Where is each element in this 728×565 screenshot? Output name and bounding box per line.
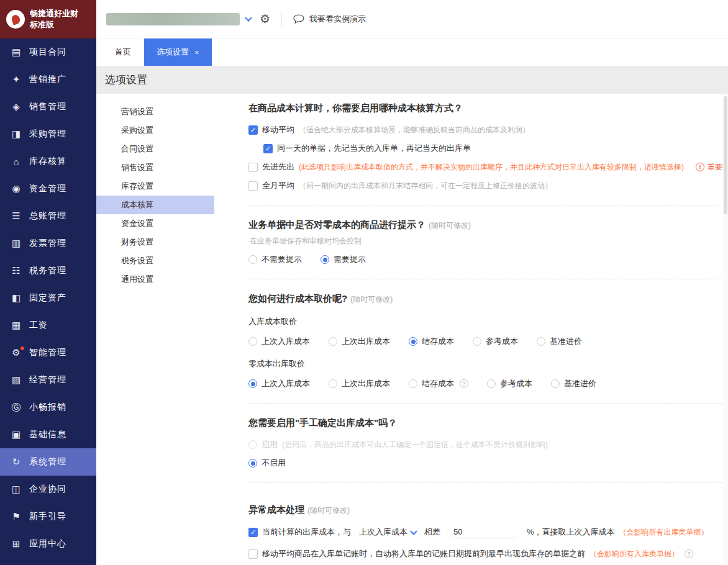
- sidebar-item-system-management[interactable]: ↻系统管理: [0, 448, 96, 476]
- subnav-item-sales-settings[interactable]: 销售设置: [96, 158, 214, 177]
- subnav-item-inventory-settings[interactable]: 库存设置: [96, 177, 214, 196]
- sidebar-item-project-contract[interactable]: ▤项目合同: [0, 38, 96, 66]
- chevron-down-icon: [410, 528, 417, 535]
- sidebar: 畅捷通好业财 标准版 ▤项目合同 ✦营销推广 ◈销售管理 ◨采购管理 ⌂库存核算…: [0, 0, 96, 565]
- option-same-day-order[interactable]: 同一天的单据，先记当天的入库单，再记当天的出库单: [263, 143, 722, 154]
- radio-reference-cost[interactable]: 参考成本: [487, 378, 532, 389]
- checkbox-monthly-average[interactable]: [248, 181, 258, 191]
- close-icon[interactable]: ×: [194, 48, 199, 57]
- reimbursement-icon: Ⓖ: [10, 402, 22, 414]
- help-icon[interactable]: ?: [685, 549, 693, 558]
- radio-base-purchase-price[interactable]: 基准进价: [537, 336, 582, 347]
- brand-logo: 畅捷通好业财 标准版: [0, 0, 96, 38]
- subnav-item-marketing-settings[interactable]: 营销设置: [96, 102, 214, 121]
- sidebar-item-reimbursement[interactable]: Ⓖ小畅报销: [0, 394, 96, 421]
- sidebar-item-salary[interactable]: ▦工资: [0, 312, 96, 339]
- checkbox-backdate-rule[interactable]: [248, 549, 258, 559]
- impact-note: （会影响所有出库类单据）: [619, 527, 709, 538]
- radio-balance-cost[interactable]: 结存成本: [409, 336, 454, 347]
- demo-link[interactable]: 我要看实例演示: [293, 14, 366, 25]
- subnav-item-contract-settings[interactable]: 合同设置: [96, 140, 214, 158]
- section-manual-outbound-cost: 您需要启用"手工确定出库成本"吗？ 启用 (启用后，商品的出库成本可由人工确定一…: [248, 417, 722, 469]
- section-title: 异常成本处理(随时可修改): [248, 504, 722, 516]
- checkbox-fifo[interactable]: [248, 163, 258, 172]
- section-subnote: 在业务单据保存和审核时均会控制: [250, 236, 722, 246]
- sidebar-item-app-center[interactable]: ⊞应用中心: [0, 530, 96, 558]
- sidebar-item-tax[interactable]: ☷税务管理: [0, 257, 96, 284]
- option-monthly-average[interactable]: 全月平均 （同一期间内的出库成本和月末结存相同，可在一定程度上修正价格的波动）: [248, 180, 722, 191]
- option-label: 先进先出: [262, 161, 294, 173]
- radio-label: 参考成本: [486, 336, 518, 347]
- sidebar-item-basic-info[interactable]: ▣基础信息: [0, 421, 96, 448]
- sidebar-item-purchase[interactable]: ◨采购管理: [0, 120, 96, 148]
- option-enable[interactable]: 启用 (启用后，商品的出库成本可由人工确定一个固定值，这个成本不受计价规则影响): [248, 439, 722, 450]
- brand-name-line2: 标准版: [30, 19, 78, 30]
- section-cost-pricing: 您如何进行成本取价呢?(随时可修改) 入库成本取价 上次入库成本 上次出库成本 …: [248, 293, 722, 389]
- radio-label: 上次出库成本: [342, 336, 390, 347]
- cost-compare-select[interactable]: 上次入库成本: [359, 527, 416, 538]
- sidebar-item-enterprise-collab[interactable]: ◫企业协同: [0, 476, 96, 503]
- option-fifo[interactable]: 先进先出 (此选项只影响出库成本取值的方式，并不解决实物的出库顺序，并且此种方式…: [248, 161, 722, 173]
- radio-need-prompt[interactable]: 需要提示: [321, 254, 366, 265]
- subnav-item-finance-settings[interactable]: 财务设置: [96, 233, 214, 251]
- sidebar-item-beginner-guide[interactable]: ⚑新手引导: [0, 503, 96, 530]
- option-note-warning: (此选项只影响出库成本取值的方式，并不解决实物的出库顺序，并且此种方式对日常出入…: [299, 162, 684, 173]
- sidebar-item-label: 新手引导: [29, 511, 66, 522]
- rule-text-before: 当前计算的出库成本，与: [262, 527, 351, 538]
- radio-no-prompt[interactable]: 不需要提示: [248, 254, 302, 265]
- app-window: 畅捷通好业财 标准版 ▤项目合同 ✦营销推广 ◈销售管理 ◨采购管理 ⌂库存核算…: [0, 0, 728, 565]
- option-disable[interactable]: 不启用: [248, 458, 722, 469]
- sidebar-item-label: 应用中心: [29, 538, 66, 549]
- subnav-item-purchase-settings[interactable]: 采购设置: [96, 121, 214, 140]
- sidebar-item-label: 工资: [29, 320, 48, 331]
- subnav-item-funds-settings[interactable]: 资金设置: [96, 214, 214, 233]
- radio-label: 不启用: [262, 458, 286, 469]
- sidebar-item-sales[interactable]: ◈销售管理: [0, 93, 96, 120]
- subnav-item-tax-settings[interactable]: 税务设置: [96, 251, 214, 270]
- radio-icon: [329, 379, 337, 388]
- help-icon[interactable]: ?: [460, 379, 468, 388]
- company-selector[interactable]: [106, 13, 251, 25]
- gear-icon[interactable]: ⚙: [260, 12, 270, 26]
- scrollbar-thumb[interactable]: [724, 96, 727, 214]
- sidebar-item-inventory[interactable]: ⌂库存核算: [0, 148, 96, 175]
- checkbox-same-day-order[interactable]: [263, 144, 273, 153]
- radio-reference-cost[interactable]: 参考成本: [473, 336, 518, 347]
- editable-hint: (随时可修改): [429, 221, 471, 230]
- sidebar-item-operations[interactable]: ▧经营管理: [0, 366, 96, 394]
- rule-label: 移动平均商品在入库单记账时，自动将入库单的记账日期提前到最早出现负库存的单据之前: [262, 548, 585, 559]
- radio-label: 基准进价: [550, 336, 582, 347]
- checkbox-moving-average[interactable]: [248, 125, 258, 135]
- rule-text-after: %，直接取上次入库成本: [527, 527, 615, 538]
- sidebar-item-funds[interactable]: ◉资金管理: [0, 175, 96, 202]
- topbar-divider: [281, 12, 282, 27]
- tab-options-settings[interactable]: 选项设置 ×: [144, 38, 212, 66]
- sidebar-item-general-ledger[interactable]: ☰总账管理: [0, 202, 96, 230]
- tab-home[interactable]: 首页: [102, 38, 144, 66]
- radio-label: 结存成本: [422, 336, 454, 347]
- salary-icon: ▦: [10, 320, 22, 331]
- option-moving-average[interactable]: 移动平均 （适合绝大部分成本核算场景，能够准确反映当前商品的成本及利润）: [248, 124, 722, 135]
- sidebar-item-smart-management[interactable]: ⚙智能管理: [0, 339, 96, 366]
- radio-last-inbound-cost[interactable]: 上次入库成本: [248, 378, 310, 389]
- radio-base-purchase-price[interactable]: 基准进价: [551, 378, 596, 389]
- system-management-icon: ↻: [10, 456, 22, 468]
- radio-last-outbound-cost[interactable]: 上次出库成本: [329, 378, 390, 389]
- radio-disable[interactable]: 不启用: [248, 458, 286, 469]
- radio-last-inbound-cost[interactable]: 上次入库成本: [248, 336, 310, 347]
- subnav-item-general-settings[interactable]: 通用设置: [96, 270, 214, 289]
- tab-label: 选项设置: [157, 47, 189, 58]
- checkbox-cost-diff-rule[interactable]: [248, 528, 258, 537]
- subnav-item-cost-accounting[interactable]: 成本核算: [96, 196, 214, 214]
- cost-diff-percent-input[interactable]: [451, 526, 516, 538]
- page-title-text: 选项设置: [105, 73, 147, 87]
- sidebar-item-fixed-assets[interactable]: ◧固定资产: [0, 284, 96, 312]
- radio-icon: [473, 337, 481, 346]
- purchase-icon: ◨: [10, 129, 22, 140]
- radio-balance-cost[interactable]: 结存成本?: [409, 378, 468, 389]
- sidebar-item-invoice[interactable]: ▥发票管理: [0, 230, 96, 257]
- sidebar-item-marketing[interactable]: ✦营销推广: [0, 66, 96, 93]
- radio-enable[interactable]: 启用 (启用后，商品的出库成本可由人工确定一个固定值，这个成本不受计价规则影响): [248, 439, 548, 450]
- marketing-icon: ✦: [10, 74, 22, 85]
- radio-last-outbound-cost[interactable]: 上次出库成本: [329, 336, 390, 347]
